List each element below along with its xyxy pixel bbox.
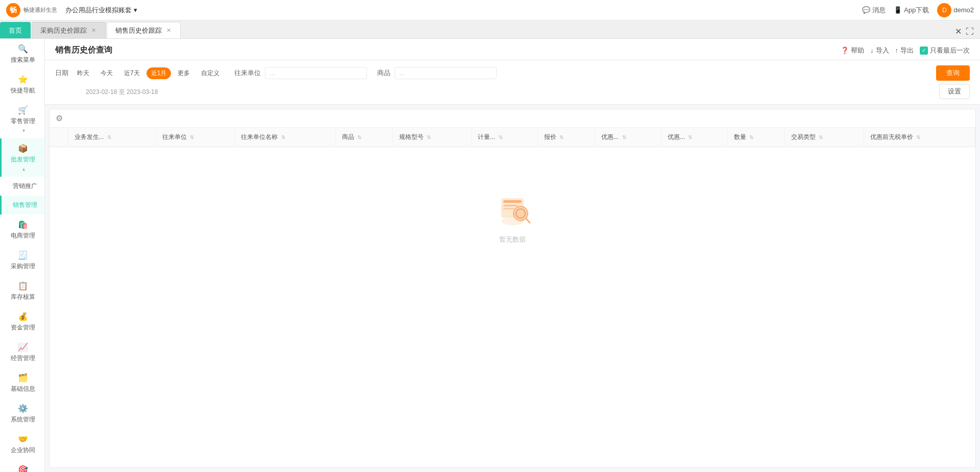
col-product[interactable]: 商品 ⇅ [335, 128, 393, 147]
close-all-btn[interactable]: ✕ [955, 27, 962, 36]
fullscreen-btn[interactable]: ⛶ [966, 27, 974, 36]
tab-purchase-history-close[interactable]: ✕ [90, 27, 97, 34]
sidebar-item-sales-manage[interactable]: 销售管理 [0, 196, 44, 215]
date-btn-7days[interactable]: 近7天 [119, 67, 144, 79]
product-filter-input[interactable]: ... [395, 67, 497, 79]
sidebar-item-enterprise[interactable]: 🤝 企业协同 [0, 429, 44, 460]
col-quote[interactable]: 报价 ⇅ [538, 128, 595, 147]
table-settings-icon[interactable]: ⚙ [56, 113, 63, 123]
topbar-right: 💬 消息 📱 App下载 D demo2 [862, 3, 974, 17]
col-quantity[interactable]: 数量 ⇅ [727, 128, 785, 147]
tab-sales-history-close[interactable]: ✕ [165, 27, 172, 34]
sidebar-item-shortcut-label: 快捷导航 [11, 86, 35, 95]
tabbar: 首页 采购历史价跟踪 ✕ 销售历史价跟踪 ✕ ✕ ⛶ [0, 20, 980, 39]
svg-rect-4 [503, 208, 514, 209]
inventory-icon: 📋 [18, 281, 28, 291]
filter-buttons: 查询 [936, 65, 970, 81]
date-filter-group: 日期 昨天 今天 近7天 近1月 更多 自定义 [55, 67, 224, 79]
help-icon: ❓ [841, 46, 849, 54]
tab-home[interactable]: 首页 [0, 22, 31, 38]
wholesale-icon: 📦 [18, 144, 28, 153]
svg-rect-3 [503, 205, 518, 206]
wholesale-expand-icon: ▴ [22, 166, 25, 172]
user-avatar-btn[interactable]: D demo2 [937, 3, 974, 17]
sidebar-item-search[interactable]: 🔍 搜索菜单 [0, 39, 44, 69]
col-partner-name[interactable]: 往来单位名称 ⇅ [235, 128, 335, 147]
tab-sales-history[interactable]: 销售历史价跟踪 ✕ [107, 22, 181, 38]
date-buttons: 昨天 今天 近7天 近1月 更多 自定义 [72, 67, 224, 79]
empty-text: 暂无数据 [499, 235, 526, 244]
date-filter-label: 日期 [55, 68, 68, 78]
tab-purchase-history-label: 采购历史价跟踪 [40, 26, 87, 35]
date-btn-1month[interactable]: 近1月 [146, 67, 172, 79]
sidebar-item-shortcut[interactable]: ⭐ 快捷导航 [0, 69, 44, 100]
logo-area: 畅 畅捷通好生意 [6, 3, 57, 17]
date-btn-yesterday[interactable]: 昨天 [72, 67, 94, 79]
help-btn[interactable]: ❓ 帮助 [841, 46, 864, 55]
sidebar-item-finance[interactable]: 💰 资金管理 [0, 306, 44, 337]
import-btn[interactable]: ↓ 导入 [870, 46, 889, 55]
date-btn-custom[interactable]: 自定义 [197, 67, 224, 79]
sidebar-item-marketing[interactable]: 营销推广 [0, 177, 44, 196]
col-unit[interactable]: 计量... ⇅ [472, 128, 538, 147]
newbie-icon: 🎯 [18, 465, 28, 472]
col-biz-date[interactable]: 业务发生... ⇅ [68, 128, 156, 147]
col-spec[interactable]: 规格型号 ⇅ [393, 128, 472, 147]
date-range-display: 2023-02-18 至 2023-03-18 [86, 88, 158, 97]
col-trade-type[interactable]: 交易类型 ⇅ [785, 128, 864, 147]
sidebar-item-system[interactable]: ⚙️ 系统管理 [0, 398, 44, 429]
retail-expand-icon: ▾ [22, 128, 25, 133]
message-icon: 💬 [862, 6, 870, 14]
page-title: 销售历史价查询 [55, 45, 112, 56]
date-btn-today[interactable]: 今天 [96, 67, 117, 79]
source-filter-input[interactable]: ... [265, 67, 367, 79]
sidebar-item-system-label: 系统管理 [11, 415, 35, 424]
sort-discount-amount: ⇅ [688, 134, 692, 140]
sort-partner-name: ⇅ [281, 134, 285, 140]
sidebar-item-ecommerce-label: 电商管理 [11, 231, 35, 240]
app-selector[interactable]: 办公用品行业模拟账套 ▾ [61, 4, 141, 17]
message-btn[interactable]: 💬 消息 [862, 6, 886, 15]
tab-sales-history-label: 销售历史价跟踪 [115, 26, 162, 35]
sidebar-item-enterprise-label: 企业协同 [11, 446, 35, 455]
query-btn[interactable]: 查询 [936, 65, 970, 81]
col-pre-tax-price[interactable]: 优惠前无税单价 ⇅ [864, 128, 975, 147]
tabbar-actions: ✕ ⛶ [949, 27, 980, 38]
export-btn[interactable]: ↑ 导出 [895, 46, 914, 55]
sidebar: 🔍 搜索菜单 ⭐ 快捷导航 🛒 零售管理 ▾ 📦 批发管理 ▴ 营销推广 销售管… [0, 39, 45, 472]
col-settings[interactable] [50, 128, 68, 147]
sidebar-item-inventory[interactable]: 📋 库存核算 [0, 276, 44, 306]
sidebar-item-wholesale-label: 批发管理 [11, 155, 35, 164]
col-discount-amount[interactable]: 优惠... ⇅ [662, 128, 728, 147]
sidebar-item-basics[interactable]: 🗂️ 基础信息 [0, 368, 44, 398]
col-discount-rate[interactable]: 优惠... ⇅ [595, 128, 662, 147]
sort-quote: ⇅ [559, 134, 564, 140]
table-toolbar: ⚙ [50, 109, 975, 128]
product-filter-label: 商品 [377, 68, 390, 78]
sort-quantity: ⇅ [749, 134, 753, 140]
sidebar-item-operations[interactable]: 📈 经营管理 [0, 337, 44, 368]
sidebar-item-search-label: 搜索菜单 [11, 56, 35, 64]
sort-unit: ⇅ [499, 134, 503, 140]
col-partner-code[interactable]: 往来单位 ⇅ [156, 128, 235, 147]
sidebar-item-retail[interactable]: 🛒 零售管理 ▾ [0, 100, 44, 138]
tab-purchase-history[interactable]: 采购历史价跟踪 ✕ [32, 22, 106, 38]
only-last-checkbox[interactable]: ✓ [920, 46, 928, 55]
svg-rect-2 [503, 200, 522, 203]
finance-icon: 💰 [18, 312, 28, 321]
download-icon: 📱 [894, 6, 902, 14]
sidebar-item-wholesale[interactable]: 📦 批发管理 ▴ [0, 138, 44, 177]
app-download-btn[interactable]: 📱 App下载 [894, 6, 929, 15]
product-filter-group: 商品 ... [377, 67, 497, 79]
sidebar-item-purchase[interactable]: 🧾 采购管理 [0, 245, 44, 276]
settings-btn[interactable]: 设置 [939, 84, 970, 99]
sidebar-item-retail-label: 零售管理 [11, 117, 35, 126]
only-last-checkbox-wrapper[interactable]: ✓ 只看最后一次 [920, 46, 970, 55]
retail-icon: 🛒 [18, 105, 28, 115]
sort-partner-code: ⇅ [190, 134, 194, 140]
system-icon: ⚙️ [18, 404, 28, 413]
sidebar-item-ecommerce[interactable]: 🛍️ 电商管理 [0, 215, 44, 245]
date-btn-more[interactable]: 更多 [173, 67, 194, 79]
content: 销售历史价查询 ❓ 帮助 ↓ 导入 ↑ 导出 ✓ 只看最后一次 [45, 39, 980, 472]
sidebar-item-newbie[interactable]: 🎯 新手引导 [0, 460, 44, 472]
